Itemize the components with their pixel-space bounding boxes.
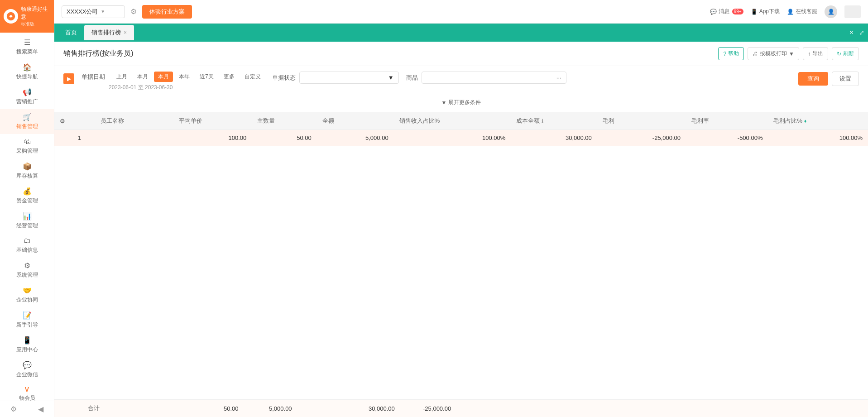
col-quantity: 主数量 <box>252 112 317 130</box>
operations-icon: 📊 <box>23 212 32 220</box>
header-settings-icon[interactable]: ⚙ <box>130 7 137 16</box>
footer-total-label: 合计 <box>82 404 173 412</box>
sidebar-item-basic-info[interactable]: 🗂 基础信息 <box>0 233 54 258</box>
sidebar-label-sales: 销售管理 <box>16 123 38 130</box>
tab-sales-ranking[interactable]: 销售排行榜 × <box>84 25 134 40</box>
sidebar-item-finance[interactable]: 💰 资金管理 <box>0 183 54 208</box>
date-tab-7days[interactable]: 近7天 <box>196 72 218 82</box>
date-tab-more[interactable]: 更多 <box>220 72 239 82</box>
goods-filter: 商品 ··· <box>406 72 566 84</box>
message-label: 消息 <box>719 8 729 15</box>
search-menu-icon: ☰ <box>24 38 30 47</box>
sidebar-item-app-center[interactable]: 📱 应用中心 <box>0 332 54 357</box>
sidebar-navigation: ☰ 搜索菜单 🏠 快捷导航 📢 营销推广 🛒 销售管理 🛍 采购管理 📦 库存核… <box>0 33 54 401</box>
download-icon: 📱 <box>751 9 758 15</box>
logo-icon <box>4 9 18 24</box>
goods-select[interactable]: ··· <box>422 72 566 84</box>
table-row: 1 100.00 50.00 5,000.00 100.00% 30,000.0… <box>54 130 868 146</box>
app-center-icon: 📱 <box>23 336 32 345</box>
sidebar-item-sales[interactable]: 🛒 销售管理 <box>0 109 54 134</box>
user-avatar[interactable]: 👤 <box>825 5 837 18</box>
home-icon: 🏠 <box>23 63 32 72</box>
sidebar-item-quick-nav[interactable]: 🏠 快捷导航 <box>0 59 54 84</box>
page-header: 销售排行榜(按业务员) ? 帮助 🖨 按模板打印 ▼ ↑ 导出 ↻ 刷新 <box>54 42 868 66</box>
date-tab-active[interactable]: 本月 <box>154 72 173 82</box>
table-scroll-container[interactable]: ⚙ 员工名称 平均单价 主数量 全额 销售收入占比% 成本全额 ℹ 毛利 毛利率… <box>54 112 868 399</box>
tab-close-icon[interactable]: × <box>124 29 127 36</box>
message-action[interactable]: 💬 消息 99+ <box>710 8 743 15</box>
user-name-placeholder[interactable] <box>844 5 861 18</box>
date-filter-row: 单据日期 上月 本月 本月 本年 近7天 更多 自定义 <box>82 72 265 82</box>
sidebar-bottom: ⚙ ◀ <box>0 401 54 417</box>
row-quantity: 50.00 <box>252 130 317 146</box>
date-tab-this-year[interactable]: 本年 <box>175 72 194 82</box>
export-icon: ↑ <box>808 51 810 57</box>
status-select[interactable]: ▼ <box>299 72 399 84</box>
main-content: XXXXX公司 ▼ ⚙ 体验行业方案 💬 消息 99+ 📱 App下载 👤 在线… <box>54 0 868 417</box>
service-icon: 👤 <box>787 9 794 15</box>
expand-label: 展开更多条件 <box>448 99 481 106</box>
sidebar-item-system[interactable]: ⚙ 系统管理 <box>0 258 54 283</box>
message-badge: 99+ <box>732 9 743 14</box>
online-service-label: 在线客服 <box>796 8 817 15</box>
date-tab-last-month[interactable]: 上月 <box>112 72 131 82</box>
sidebar-label-purchase: 采购管理 <box>16 147 38 155</box>
col-avg-price: 平均单价 <box>173 112 252 130</box>
refresh-button[interactable]: ↻ 刷新 <box>832 47 859 60</box>
help-button[interactable]: ? 帮助 <box>718 47 744 60</box>
sidebar-item-operations[interactable]: 📊 经营管理 <box>0 208 54 233</box>
tab-home[interactable]: 首页 <box>58 25 84 40</box>
settings-button[interactable]: 设置 <box>832 72 859 86</box>
sidebar-label-member: 畅会员 <box>19 394 35 401</box>
sidebar-label-app-center: 应用中心 <box>16 346 38 354</box>
footer-gross: -25,000.00 <box>417 405 472 412</box>
date-tab-this-month[interactable]: 本月 <box>133 72 152 82</box>
sidebar-item-guide[interactable]: 📝 新手引导 <box>0 307 54 332</box>
app-download-action[interactable]: 📱 App下载 <box>751 8 780 15</box>
sidebar-item-enterprise[interactable]: 🤝 企业协同 <box>0 283 54 307</box>
export-button[interactable]: ↑ 导出 <box>803 47 828 60</box>
online-service-action[interactable]: 👤 在线客服 <box>787 8 817 15</box>
tab-home-label: 首页 <box>65 29 77 37</box>
table-footer: 合计 50.00 5,000.00 30,000.00 -25,000.00 <box>54 399 868 417</box>
tabs-bar: 首页 销售排行榜 × × ⤢ <box>54 24 868 42</box>
sidebar-item-wechat[interactable]: 💬 企业微信 <box>0 357 54 382</box>
sidebar-label-basic-info: 基础信息 <box>16 246 38 254</box>
guide-icon: 📝 <box>23 311 32 320</box>
sidebar-collapse-icon[interactable]: ◀ <box>38 405 43 413</box>
date-tab-custom[interactable]: 自定义 <box>240 72 265 82</box>
chevron-down-icon: ▼ <box>101 9 105 14</box>
row-gross: -25,000.00 <box>597 130 686 146</box>
expand-conditions-button[interactable]: ▼ 展开更多条件 <box>441 99 481 106</box>
filter-expand-arrow[interactable]: ▶ <box>63 73 74 84</box>
print-dropdown-icon[interactable]: ▼ <box>789 51 794 57</box>
company-selector[interactable]: XXXXX公司 ▼ <box>62 5 125 18</box>
print-icon: 🖨 <box>753 51 758 57</box>
print-label: 按模板打印 <box>760 50 787 58</box>
sidebar-item-marketing[interactable]: 📢 营销推广 <box>0 84 54 109</box>
sidebar-item-member[interactable]: V 畅会员 <box>0 382 54 401</box>
tab-minimize-icon[interactable]: × <box>849 29 854 37</box>
goods-dots[interactable]: ··· <box>556 74 561 81</box>
tab-expand-icon[interactable]: ⤢ <box>859 29 864 36</box>
avatar-icon: 👤 <box>828 9 834 15</box>
print-button[interactable]: 🖨 按模板打印 ▼ <box>748 47 799 60</box>
sidebar-settings-icon[interactable]: ⚙ <box>10 405 17 413</box>
message-icon: 💬 <box>710 9 717 15</box>
help-icon: ? <box>723 51 726 57</box>
basic-info-icon: 🗂 <box>24 237 31 245</box>
row-settings <box>54 130 72 146</box>
row-amount: 5,000.00 <box>317 130 394 146</box>
app-logo: 畅康通好生意 标准版 <box>0 0 54 33</box>
export-label: 导出 <box>812 50 823 58</box>
row-gross-ratio: 100.00% <box>768 130 868 146</box>
query-button[interactable]: 查询 <box>798 72 828 86</box>
col-sales-ratio: 销售收入占比% <box>394 112 511 130</box>
wechat-icon: 💬 <box>23 361 32 369</box>
date-tabs: 上月 本月 本月 本年 近7天 更多 自定义 <box>112 72 265 82</box>
trial-button[interactable]: 体验行业方案 <box>142 5 192 19</box>
expand-row: ▼ 展开更多条件 <box>63 95 859 106</box>
sidebar-item-inventory[interactable]: 📦 库存核算 <box>0 158 54 183</box>
sidebar-item-purchase[interactable]: 🛍 采购管理 <box>0 134 54 158</box>
sidebar-item-search-orders[interactable]: ☰ 搜索菜单 <box>0 34 54 59</box>
